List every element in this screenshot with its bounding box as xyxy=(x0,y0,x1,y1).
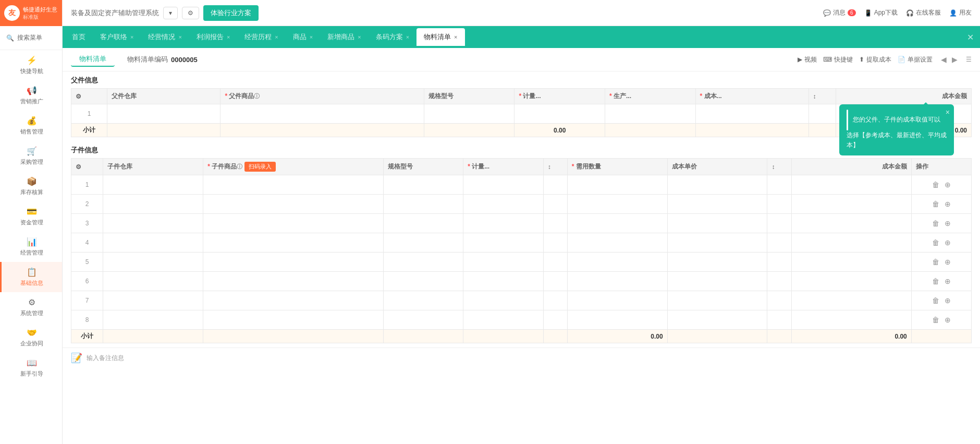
child-unitcost-1[interactable] xyxy=(667,175,767,195)
sidebar-item-marketing[interactable]: 📢 营销推广 xyxy=(0,80,62,111)
delete-icon-8[interactable]: 🗑 xyxy=(932,316,939,324)
action-shortcut[interactable]: ⌨ 快捷键 xyxy=(823,55,853,64)
tab-history[interactable]: 经营历程 × xyxy=(237,28,285,46)
child-product-3[interactable] xyxy=(203,214,383,233)
message-item[interactable]: 💬 消息 6 xyxy=(823,8,856,17)
action-extract-cost[interactable]: ⬆ 提取成本 xyxy=(859,55,891,64)
child-warehouse-4[interactable] xyxy=(103,233,203,253)
child-unit-3[interactable] xyxy=(463,214,544,233)
search-menu-button[interactable]: 🔍 搜索菜单 xyxy=(4,30,58,45)
parent-spec-1[interactable] xyxy=(424,104,514,124)
action-doc-settings[interactable]: 📄 单据设置 xyxy=(898,55,933,64)
copy-icon-1[interactable]: ⊕ xyxy=(945,181,951,189)
child-unitcost-7[interactable] xyxy=(667,291,767,310)
tab-barcode-close[interactable]: × xyxy=(406,34,409,40)
tab-operations-close[interactable]: × xyxy=(178,34,181,40)
child-product-7[interactable] xyxy=(203,291,383,310)
child-product-8[interactable] xyxy=(203,310,383,330)
user-item[interactable]: 👤 用友 xyxy=(949,8,972,17)
tab-bom[interactable]: 物料清单 × xyxy=(416,28,464,46)
copy-icon-2[interactable]: ⊕ xyxy=(945,200,951,208)
tab-barcode[interactable]: 条码方案 × xyxy=(369,28,416,46)
app-download-item[interactable]: 📱 App下载 xyxy=(864,8,898,17)
sidebar-item-basic-info[interactable]: 📋 基础信息 xyxy=(0,262,62,292)
sidebar-item-inventory[interactable]: 📦 库存核算 xyxy=(0,171,62,201)
delete-icon-7[interactable]: 🗑 xyxy=(932,296,939,305)
child-col-setting[interactable]: ⚙ xyxy=(71,159,103,175)
child-unitcost-8[interactable] xyxy=(667,310,767,330)
action-video[interactable]: ▶ 视频 xyxy=(798,55,817,64)
delete-icon-1[interactable]: 🗑 xyxy=(932,181,939,189)
child-spec-2[interactable] xyxy=(383,195,463,214)
scan-button[interactable]: 扫码录入 xyxy=(244,162,276,172)
child-needed-1[interactable] xyxy=(567,175,667,195)
child-warehouse-3[interactable] xyxy=(103,214,203,233)
child-product-1[interactable] xyxy=(203,175,383,195)
close-all-tabs[interactable]: ✕ xyxy=(963,32,978,42)
tab-goods[interactable]: 商品 × xyxy=(286,28,320,46)
child-spec-1[interactable] xyxy=(383,175,463,195)
child-warehouse-1[interactable] xyxy=(103,175,203,195)
child-warehouse-6[interactable] xyxy=(103,272,203,291)
child-needed-6[interactable] xyxy=(567,272,667,291)
copy-icon-6[interactable]: ⊕ xyxy=(945,277,951,285)
child-warehouse-7[interactable] xyxy=(103,291,203,310)
sidebar-item-operations[interactable]: 📊 经营管理 xyxy=(0,232,62,262)
child-needed-3[interactable] xyxy=(567,214,667,233)
copy-icon-7[interactable]: ⊕ xyxy=(945,296,951,305)
child-needed-7[interactable] xyxy=(567,291,667,310)
parent-warehouse-1[interactable] xyxy=(107,104,220,124)
sidebar-item-quick-nav[interactable]: ⚡ 快捷导航 xyxy=(0,50,62,80)
child-spec-3[interactable] xyxy=(383,214,463,233)
child-unit-6[interactable] xyxy=(463,272,544,291)
parent-cost-1[interactable] xyxy=(695,104,808,124)
tooltip-close-button[interactable]: × xyxy=(946,106,950,118)
child-unit-8[interactable] xyxy=(463,310,544,330)
child-warehouse-5[interactable] xyxy=(103,253,203,272)
tab-profit-close[interactable]: × xyxy=(227,34,230,40)
child-unitcost-4[interactable] xyxy=(667,233,767,253)
child-product-2[interactable] xyxy=(203,195,383,214)
sidebar-item-sales[interactable]: 💰 销售管理 xyxy=(0,111,62,141)
child-unit-7[interactable] xyxy=(463,291,544,310)
child-unitcost-5[interactable] xyxy=(667,253,767,272)
sub-tab-bom-list[interactable]: 物料清单 xyxy=(71,52,115,67)
online-service-item[interactable]: 🎧 在线客服 xyxy=(906,8,941,17)
tab-history-close[interactable]: × xyxy=(275,34,278,40)
delete-icon-6[interactable]: 🗑 xyxy=(932,277,939,285)
child-needed-5[interactable] xyxy=(567,253,667,272)
tab-home[interactable]: 首页 xyxy=(65,28,93,46)
delete-icon-4[interactable]: 🗑 xyxy=(932,238,939,247)
child-product-4[interactable] xyxy=(203,233,383,253)
next-arrow[interactable]: ▶ xyxy=(950,54,960,65)
prev-arrow[interactable]: ◀ xyxy=(939,54,949,65)
child-needed-4[interactable] xyxy=(567,233,667,253)
add-row-icon[interactable]: 📝 xyxy=(71,352,82,364)
child-unit-1[interactable] xyxy=(463,175,544,195)
tab-profit[interactable]: 利润报告 × xyxy=(189,28,237,46)
copy-icon-8[interactable]: ⊕ xyxy=(945,316,951,324)
child-spec-4[interactable] xyxy=(383,233,463,253)
parent-product-1[interactable] xyxy=(220,104,424,124)
copy-icon-5[interactable]: ⊕ xyxy=(945,258,951,266)
parent-col-setting[interactable]: ⚙ xyxy=(71,89,107,104)
sidebar-item-finance[interactable]: 💳 资金管理 xyxy=(0,201,62,232)
copy-icon-4[interactable]: ⊕ xyxy=(945,238,951,247)
sidebar-item-newbie[interactable]: 📖 新手引导 xyxy=(0,353,62,383)
child-spec-5[interactable] xyxy=(383,253,463,272)
child-unitcost-6[interactable] xyxy=(667,272,767,291)
tab-bom-close[interactable]: × xyxy=(454,34,457,40)
settings-button[interactable]: ⚙ xyxy=(182,7,199,19)
sidebar-item-system[interactable]: ⚙ 系统管理 xyxy=(0,292,62,322)
tab-customer-close[interactable]: × xyxy=(130,34,133,40)
child-product-6[interactable] xyxy=(203,272,383,291)
delete-icon-5[interactable]: 🗑 xyxy=(932,258,939,266)
child-needed-2[interactable] xyxy=(567,195,667,214)
child-spec-8[interactable] xyxy=(383,310,463,330)
child-spec-6[interactable] xyxy=(383,272,463,291)
child-unitcost-3[interactable] xyxy=(667,214,767,233)
tab-operations-status[interactable]: 经营情况 × xyxy=(141,28,189,46)
try-industry-button[interactable]: 体验行业方案 xyxy=(203,5,259,21)
parent-unit-1[interactable] xyxy=(514,104,605,124)
child-unitcost-2[interactable] xyxy=(667,195,767,214)
